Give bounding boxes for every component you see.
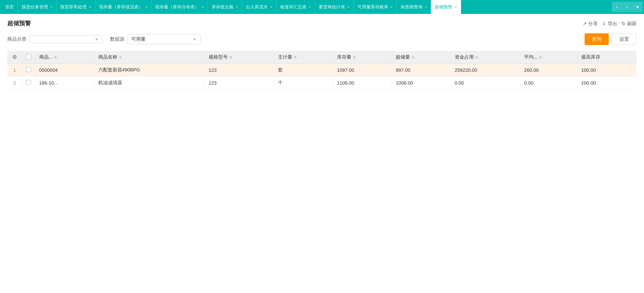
share-button[interactable]: ↗ 分享: [583, 21, 598, 27]
col-check: [22, 51, 35, 64]
row-stock: 1106.00: [333, 77, 392, 89]
row-spec: 123: [205, 77, 274, 89]
nav-tab-collect[interactable]: 收发存汇总表×: [277, 0, 315, 14]
refresh-icon: ↻: [622, 21, 626, 26]
row-checkbox-cell: [22, 64, 35, 77]
row-overstock: 1006.00: [392, 77, 451, 89]
row-num: 1: [7, 64, 22, 77]
nav-tab-inout[interactable]: 出入库流水×: [242, 0, 276, 14]
refresh-button[interactable]: ↻ 刷新: [622, 21, 637, 27]
row-stock: 1097.00: [333, 64, 392, 77]
share-icon: ↗: [583, 21, 587, 26]
row-unit: 个: [274, 77, 333, 89]
col-avg[interactable]: 平均...⇅: [520, 51, 578, 64]
row-capital: 0.00: [451, 77, 520, 89]
category-select[interactable]: ▼: [29, 35, 103, 43]
tab-close-icon[interactable]: ×: [145, 5, 147, 9]
nav-tab-inventory-status[interactable]: 现存量（库存状况表）×: [95, 0, 151, 14]
row-capital: 259220.00: [451, 64, 520, 77]
tab-close-icon[interactable]: ×: [425, 5, 427, 9]
filter-actions: 查询 设置: [585, 33, 637, 45]
export-icon: ⇩: [602, 21, 606, 26]
col-spec[interactable]: 规格型号⇅: [205, 51, 274, 64]
col-max-stock[interactable]: 最高库存: [577, 51, 637, 64]
tab-close-icon[interactable]: ×: [236, 5, 238, 9]
tab-close-icon[interactable]: ×: [309, 5, 311, 9]
col-capital[interactable]: 资金占用⇅: [451, 51, 520, 64]
col-product-name[interactable]: 商品名称⇅: [94, 51, 205, 64]
tab-close-icon[interactable]: ×: [347, 5, 350, 9]
row-max-stock: 100.00: [577, 64, 637, 77]
nav-tab-overstock[interactable]: 超储预警×: [431, 0, 461, 14]
nav-arrows: ‹ › ▾: [612, 2, 643, 12]
tab-close-icon[interactable]: ×: [454, 5, 457, 9]
header-actions: ↗ 分享 ⇩ 导出 ↻ 刷新: [583, 21, 637, 27]
row-num: 2: [7, 77, 22, 89]
page-title: 超储预警: [7, 20, 31, 27]
nav-tab-home[interactable]: 首页: [1, 0, 18, 14]
data-table: ⚙ 商品...⇅ 商品名称⇅ 规格型号⇅ 主计量⇅ 库存量⇅ 超储量⇅ 资金占用…: [7, 51, 637, 89]
col-product-code[interactable]: 商品...⇅: [35, 51, 94, 64]
row-checkbox[interactable]: [26, 67, 31, 72]
row-avg: 260.00: [520, 64, 578, 77]
row-product-code: 186-10...: [35, 77, 94, 89]
filter-row: 商品分类 ▼ 数据源 可用量 ▼ 查询 设置: [7, 33, 637, 45]
nav-tab-quality[interactable]: 保质期查询×: [397, 0, 431, 14]
nav-next-button[interactable]: ›: [622, 2, 632, 12]
nav-more-button[interactable]: ▾: [632, 2, 643, 12]
nav-tab-order-stat[interactable]: 要货单统计表×: [315, 0, 354, 14]
chevron-down-icon: ▼: [193, 37, 197, 41]
col-stock[interactable]: 库存量⇅: [333, 51, 392, 64]
query-button[interactable]: 查询: [585, 33, 609, 45]
nav-prev-button[interactable]: ‹: [612, 2, 622, 12]
col-unit[interactable]: 主计量⇅: [274, 51, 333, 64]
top-navigation: 首页拣货任务管理×拣货异常处理×现存量（库存状况表）×现存量（库存分布表）×库存…: [0, 0, 644, 14]
nav-tab-abnormal[interactable]: 拣货异常处理×: [56, 0, 95, 14]
tab-close-icon[interactable]: ×: [391, 5, 393, 9]
tab-close-icon[interactable]: ×: [89, 5, 91, 9]
nav-tab-task-mgmt[interactable]: 拣货任务管理×: [18, 0, 56, 14]
row-product-name: 六配套新昌490BPG: [94, 64, 205, 77]
main-content: 超储预警 ↗ 分享 ⇩ 导出 ↻ 刷新 商品分类 ▼ 数据源: [0, 14, 644, 293]
row-product-name: 机油滤清器: [94, 77, 205, 89]
page-header: 超储预警 ↗ 分享 ⇩ 导出 ↻ 刷新: [7, 20, 637, 27]
row-max-stock: 100.00: [577, 77, 637, 89]
row-product-code: 0000004: [35, 64, 94, 77]
category-label: 商品分类: [7, 36, 26, 42]
row-checkbox[interactable]: [26, 80, 31, 85]
col-overstock[interactable]: 超储量⇅: [392, 51, 451, 64]
tab-close-icon[interactable]: ×: [201, 5, 204, 9]
table-row: 1 0000004 六配套新昌490BPG 123 套 1097.00 997.…: [7, 64, 637, 77]
tab-close-icon[interactable]: ×: [50, 5, 52, 9]
chevron-down-icon: ▼: [95, 37, 99, 41]
datasource-select[interactable]: 可用量 ▼: [127, 34, 201, 44]
category-filter: 商品分类 ▼: [7, 35, 103, 43]
datasource-label: 数据源: [110, 36, 124, 42]
header-checkbox[interactable]: [26, 54, 31, 59]
settings-button[interactable]: 设置: [612, 33, 637, 45]
export-button[interactable]: ⇩ 导出: [602, 21, 617, 27]
nav-tab-inventory-dist[interactable]: 现存量（库存分布表）×: [151, 0, 208, 14]
nav-tab-available[interactable]: 可用量库存账本×: [354, 0, 397, 14]
row-spec: 123: [205, 64, 274, 77]
table-row: 2 186-10... 机油滤清器 123 个 1106.00 1006.00 …: [7, 77, 637, 89]
gear-icon[interactable]: ⚙: [12, 54, 17, 60]
row-unit: 套: [274, 64, 333, 77]
nav-tab-batch[interactable]: 库存批次账×: [208, 0, 242, 14]
row-avg: 0.00: [520, 77, 578, 89]
col-settings[interactable]: ⚙: [7, 51, 22, 64]
tab-close-icon[interactable]: ×: [270, 5, 272, 9]
table-header-row: ⚙ 商品...⇅ 商品名称⇅ 规格型号⇅ 主计量⇅ 库存量⇅ 超储量⇅ 资金占用…: [7, 51, 637, 64]
row-overstock: 997.00: [392, 64, 451, 77]
row-checkbox-cell: [22, 77, 35, 89]
datasource-filter: 数据源 可用量 ▼: [110, 34, 201, 44]
datasource-value: 可用量: [131, 36, 146, 42]
